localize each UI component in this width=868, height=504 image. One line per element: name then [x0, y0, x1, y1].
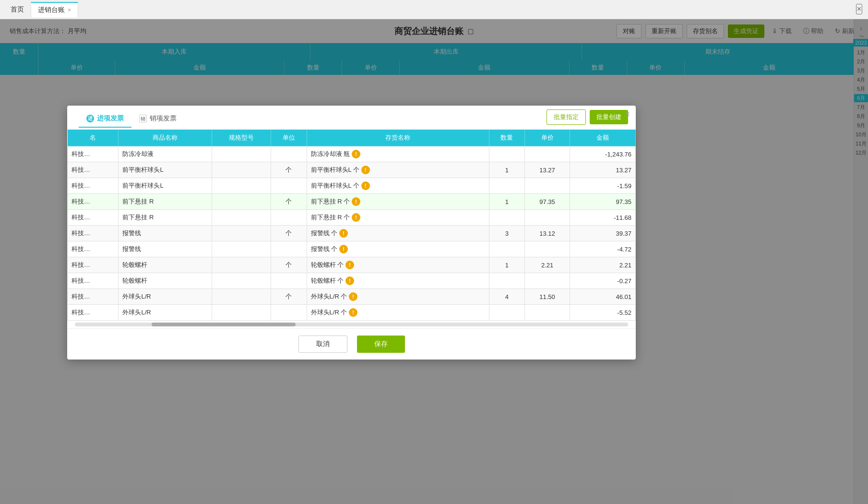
cell-name: 科技…: [68, 146, 119, 162]
cell-spec: [212, 178, 271, 194]
cell-inventory: 外球头L/R 个 !: [307, 305, 489, 321]
cell-inventory: 前下悬挂 R 个 !: [307, 210, 489, 226]
cell-quantity: [489, 273, 524, 289]
cell-inventory: 轮毂螺杆 个 !: [307, 273, 489, 289]
cell-unit-price: [524, 273, 570, 289]
table-row: 科技… 防冻冷却液 防冻冷却液 瓶 ! -1,243.76: [68, 146, 636, 162]
cell-quantity: [489, 146, 524, 162]
cell-unit: [271, 178, 307, 194]
cell-product: 轮毂螺杆: [119, 273, 212, 289]
cell-spec: [212, 305, 271, 321]
cell-unit-price: 13.12: [524, 226, 570, 241]
table-row: 科技… 前下悬挂 R 前下悬挂 R 个 ! -11.68: [68, 210, 636, 226]
table-row: 科技… 报警线 报警线 个 ! -4.72: [68, 241, 636, 257]
cell-inventory: 报警线 个 !: [307, 226, 489, 241]
cell-product: 防冻冷却液: [119, 146, 212, 162]
th-product-name: 商品名称: [119, 130, 212, 146]
warning-icon: !: [361, 181, 370, 190]
main-area: 销售成本计算方法： 月平均 商贸企业进销台账 ▢ 对账 重新开账 存货别名 生成…: [0, 19, 868, 504]
cell-spec: [212, 210, 271, 226]
cell-product: 轮毂螺杆: [119, 257, 212, 273]
tab-home[interactable]: 首页: [4, 2, 31, 17]
modal-close-button[interactable]: ×: [625, 109, 630, 120]
save-button[interactable]: 保存: [357, 336, 405, 353]
batch-create-button[interactable]: 批量创建: [590, 110, 628, 124]
table-row: 科技… 报警线 个 报警线 个 ! 3 13.12 39.37: [68, 226, 636, 241]
table-row: 科技… 前平衡杆球头L 个 前平衡杆球头L 个 ! 1 13.27 13.27: [68, 162, 636, 178]
scroll-thumb[interactable]: [152, 323, 296, 326]
cell-amount: -1.59: [570, 178, 636, 194]
active-tab-label: 进销台账: [38, 6, 65, 14]
table-row: 科技… 轮毂螺杆 个 轮毂螺杆 个 ! 1 2.21 2.21: [68, 257, 636, 273]
cell-unit-price: [524, 146, 570, 162]
warning-icon: !: [349, 308, 357, 317]
modal-dialog: 进 进项发票 销 销项发票 批量指定 批量创建 × 名 商品名称: [67, 106, 636, 360]
cell-product: 报警线: [119, 241, 212, 257]
cell-spec: [212, 162, 271, 178]
cell-name: 科技…: [68, 305, 119, 321]
cell-spec: [212, 194, 271, 210]
horizontal-scrollbar[interactable]: [75, 323, 628, 326]
cell-unit-price: [524, 178, 570, 194]
cell-spec: [212, 226, 271, 241]
cell-inventory: 前平衡杆球头L 个 !: [307, 162, 489, 178]
modal-header: 进 进项发票 销 销项发票 批量指定 批量创建 ×: [67, 106, 636, 129]
cell-spec: [212, 289, 271, 305]
cell-name: 科技…: [68, 257, 119, 273]
th-inventory-name: 存货名称: [307, 130, 489, 146]
cell-name: 科技…: [68, 194, 119, 210]
table-row: 科技… 轮毂螺杆 轮毂螺杆 个 ! -0.27: [68, 273, 636, 289]
invoice-table: 名 商品名称 规格型号 单位 存货名称 数量 单价 金额 科技… 防冻冷却液 防…: [67, 129, 636, 321]
cell-unit: [271, 146, 307, 162]
cell-quantity: [489, 305, 524, 321]
cell-quantity: 3: [489, 226, 524, 241]
warning-icon: !: [345, 276, 354, 285]
invoice-table-scroll[interactable]: 名 商品名称 规格型号 单位 存货名称 数量 单价 金额 科技… 防冻冷却液 防…: [67, 129, 636, 321]
cancel-button[interactable]: 取消: [298, 336, 347, 353]
th-quantity: 数量: [489, 130, 524, 146]
cell-quantity: 1: [489, 194, 524, 210]
cell-quantity: [489, 210, 524, 226]
cell-amount: -0.27: [570, 273, 636, 289]
modal-tabs: 进 进项发票 销 销项发票: [71, 110, 192, 128]
cell-unit-price: 13.27: [524, 162, 570, 178]
warning-icon: !: [352, 197, 360, 206]
cell-name: 科技…: [68, 210, 119, 226]
cell-inventory: 轮毂螺杆 个 !: [307, 257, 489, 273]
cell-name: 科技…: [68, 273, 119, 289]
warning-icon: !: [349, 292, 357, 301]
outgoing-icon: 销: [139, 115, 147, 122]
cell-product: 报警线: [119, 226, 212, 241]
tab-incoming-invoice[interactable]: 进 进项发票: [79, 110, 131, 128]
cell-quantity: 4: [489, 289, 524, 305]
tab-close-icon[interactable]: ×: [68, 7, 71, 13]
cell-spec: [212, 241, 271, 257]
cell-amount: 13.27: [570, 162, 636, 178]
cell-product: 前下悬挂 R: [119, 210, 212, 226]
cell-unit: [271, 305, 307, 321]
warning-icon: !: [345, 261, 354, 269]
top-bar: 首页 进销台账 × ×: [0, 0, 868, 19]
th-unit: 单位: [271, 130, 307, 146]
cell-name: 科技…: [68, 178, 119, 194]
cell-unit-price: [524, 241, 570, 257]
cell-product: 前平衡杆球头L: [119, 162, 212, 178]
cell-quantity: 1: [489, 162, 524, 178]
cell-quantity: 1: [489, 257, 524, 273]
tab-active[interactable]: 进销台账 ×: [31, 2, 78, 17]
warning-icon: !: [352, 150, 360, 158]
cell-name: 科技…: [68, 162, 119, 178]
cell-name: 科技…: [68, 226, 119, 241]
cell-amount: -4.72: [570, 241, 636, 257]
th-name: 名: [68, 130, 119, 146]
batch-assign-button[interactable]: 批量指定: [547, 109, 586, 125]
warning-icon: !: [352, 213, 360, 222]
cell-unit: [271, 241, 307, 257]
cell-unit: 个: [271, 226, 307, 241]
cell-unit: 个: [271, 194, 307, 210]
cell-amount: 2.21: [570, 257, 636, 273]
outgoing-label: 销项发票: [150, 114, 177, 123]
tab-outgoing-invoice[interactable]: 销 销项发票: [131, 110, 184, 128]
window-close-button[interactable]: ×: [856, 4, 862, 14]
th-spec: 规格型号: [212, 130, 271, 146]
